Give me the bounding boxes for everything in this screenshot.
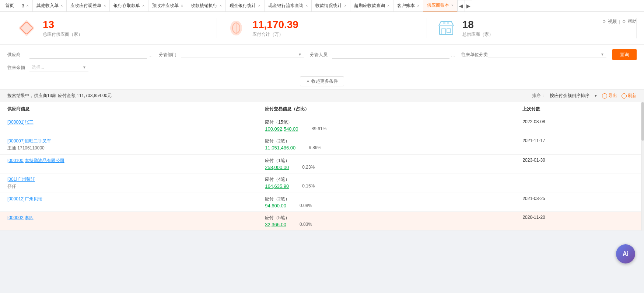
nav-tab-receipt-verify[interactable]: 收款核销执行 × [187, 0, 226, 12]
filter-category: 往来单位分类 ▼ [461, 51, 607, 58]
filter-balance: 往来余额 选择... ▼ [7, 63, 88, 72]
other-income-label: 其他收入单 [36, 3, 59, 9]
person-dots-button[interactable]: ... [451, 52, 455, 58]
table-row: [000002]李四应付（5笔）32,366.000.03%2020-11-20 [0, 212, 644, 231]
nav-left-arrow[interactable]: ◀ [458, 0, 465, 12]
nav-tab-advance-ar[interactable]: 预收冲应收单 × [148, 0, 187, 12]
export-button[interactable]: 导出 [602, 93, 617, 99]
supplier-sub-info: 仔仔 [7, 183, 250, 190]
nav-tab-overdue-ar[interactable]: 超期应收款查询 × [350, 0, 393, 12]
payable-info-cell: 应付（2笔）11,051,486.009.89% [258, 135, 515, 155]
sort-label: 排序： [532, 93, 545, 99]
close-other-income-icon[interactable]: × [61, 4, 63, 8]
nav-tab-home[interactable]: 首页 [1, 0, 18, 12]
nav-tab-other-income[interactable]: 其他收入单 × [33, 0, 67, 12]
payable-info-cell: 应付（5笔）32,366.000.03% [258, 212, 515, 231]
export-label: 导出 [608, 93, 617, 99]
sort-value-button[interactable]: 按应付余额倒序排序 [550, 93, 589, 99]
close-cash-bank-flow-icon[interactable]: × [306, 4, 308, 8]
payable-amount-link[interactable]: 32,366.00 [265, 222, 286, 227]
close-advance-icon[interactable]: × [181, 4, 183, 8]
results-info: 搜索结果中，供应商13家 应付金额 111,703,854.00元 [7, 93, 112, 99]
payable-amount-link[interactable]: 164,635.90 [265, 183, 289, 189]
supplier-link[interactable]: [000001]张三 [7, 120, 34, 125]
nav-tab-ar-ap-adjust[interactable]: 应收应付调整单 × [67, 0, 110, 12]
payable-percent: 0.03% [294, 222, 312, 227]
home-label: 首页 [5, 3, 14, 9]
close-bank-icon[interactable]: × [142, 4, 144, 8]
nav-tab-supplier-ledger[interactable]: 供应商账本 × [423, 0, 458, 12]
total-suppliers-label: 总供应商（家） [462, 31, 493, 38]
close-overdue-ar-icon[interactable]: × [387, 4, 389, 8]
supplier-input[interactable] [29, 51, 147, 59]
supplier-dots-button[interactable]: ... [148, 52, 153, 58]
tab3-label: 3 [22, 3, 24, 8]
supplier-info-cell: [000012]广州贝瑞 [0, 193, 258, 212]
payable-amount-link[interactable]: 100,092,540.00 [265, 126, 298, 132]
nav-tab-receipt-stat[interactable]: 收款情况统计 × [312, 0, 350, 12]
payable-amount-link[interactable]: 94,600.00 [265, 203, 286, 208]
sort-arrow-icon[interactable]: ▼ [594, 94, 598, 98]
summary-area: 13 总应付供应商（家） 11,170.39 应付合计（万） [0, 12, 644, 45]
nav-right-arrow[interactable]: ▶ [465, 0, 472, 12]
filter-row-2: 往来余额 选择... ▼ [7, 63, 637, 72]
payable-percent: 9.89% [303, 145, 321, 150]
refresh-button[interactable]: 刷新 [622, 93, 637, 99]
refresh-label: 刷新 [628, 93, 637, 99]
close-receipt-verify-icon[interactable]: × [220, 4, 222, 8]
summary-text-payable-total: 11,170.39 应付合计（万） [252, 18, 298, 38]
svg-rect-7 [447, 29, 451, 32]
payable-suppliers-number: 13 [43, 18, 83, 31]
person-input[interactable] [332, 51, 449, 59]
query-button[interactable]: 查询 [612, 49, 637, 60]
dept-filter-label: 分管部门 [159, 52, 181, 58]
scrollbar-thumb[interactable] [641, 102, 644, 141]
bank-deposit-label: 银行存取款单 [113, 3, 140, 9]
close-supplier-ledger-icon[interactable]: × [451, 3, 454, 7]
supplier-link[interactable]: [000007]恒旺二手叉车 [7, 138, 51, 144]
nav-tab-3[interactable]: 3 × [18, 0, 33, 12]
balance-dropdown-arrow: ▼ [83, 65, 86, 69]
close-ar-ap-icon[interactable]: × [104, 4, 106, 8]
svg-rect-9 [443, 22, 445, 24]
close-receipt-stat-icon[interactable]: × [344, 4, 346, 8]
summary-bar: 13 总应付供应商（家） 11,170.39 应付合计（万） [0, 12, 644, 45]
category-dropdown-arrow: ▼ [601, 52, 604, 56]
supplier-link[interactable]: [000002]李四 [7, 215, 34, 220]
dept-select[interactable]: ▼ [181, 51, 304, 58]
shop-icon [436, 18, 456, 38]
payable-count: 应付（4笔） [265, 176, 508, 183]
payable-count: 应付（2笔） [265, 138, 508, 144]
balance-select[interactable]: 选择... ▼ [29, 63, 88, 72]
nav-tab-bank-deposit[interactable]: 银行存取款单 × [110, 0, 148, 12]
payable-count: 应付（2笔） [265, 196, 508, 202]
filter-row-1: 供应商 ... 分管部门 ▼ 分管人员 ... 往来单位分类 ▼ 查询 [7, 49, 637, 60]
filter-dept: 分管部门 ▼ [159, 51, 304, 58]
diamond-icon [16, 18, 37, 38]
last-pay-cell [515, 173, 644, 193]
nav-tab-cash-bank-flow[interactable]: 现金银行流水查询 × [265, 0, 312, 12]
close-customer-ledger-icon[interactable]: × [417, 4, 419, 8]
supplier-link[interactable]: [000100]本特勤油品有限公司 [7, 158, 64, 163]
category-select[interactable]: ▼ [488, 51, 607, 58]
results-actions: 排序： 按应付余额倒序排序 ▼ 导出 刷新 [532, 93, 637, 99]
close-tab3-icon[interactable]: × [27, 4, 29, 8]
summary-text-payable-suppliers: 13 总应付供应商（家） [43, 18, 83, 38]
close-cash-bank-stat-icon[interactable]: × [258, 4, 260, 8]
help-link[interactable]: 帮助 [628, 18, 637, 25]
payable-amount-link[interactable]: 258,000.00 [265, 165, 289, 170]
collapse-button[interactable]: ∧ 收起更多条件 [300, 76, 344, 86]
nav-tab-cash-bank-stat[interactable]: 现金银行统计 × [226, 0, 265, 12]
video-link[interactable]: 视频 [608, 18, 617, 25]
right-scrollbar[interactable] [641, 102, 644, 231]
payable-amount-link[interactable]: 11,051,486.00 [265, 145, 295, 151]
summary-card-payable-total: 11,170.39 应付合计（万） [217, 18, 427, 38]
table-container: 供应商信息 应付交易信息（占比） 上次付数 [000001]张三应付（15笔）1… [0, 102, 644, 231]
supplier-info-cell: [001]广州荣轩仔仔 [0, 173, 258, 193]
col-header-payable: 应付交易信息（占比） [258, 102, 515, 116]
cash-bank-stat-label: 现金银行统计 [230, 3, 256, 9]
table-header-row: 供应商信息 应付交易信息（占比） 上次付数 [0, 102, 644, 116]
supplier-link[interactable]: [001]广州荣轩 [7, 177, 35, 182]
supplier-link[interactable]: [000012]广州贝瑞 [7, 196, 42, 201]
nav-tab-customer-ledger[interactable]: 客户账本 × [393, 0, 423, 12]
